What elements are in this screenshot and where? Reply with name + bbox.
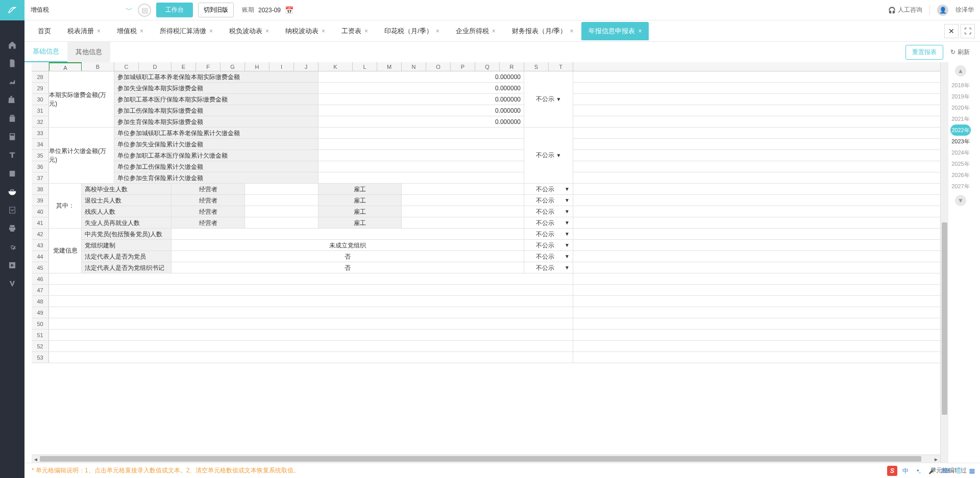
merged-section2-title[interactable]: 单位累计欠缴金额(万元) [49,128,114,184]
nav-bowl-icon[interactable] [0,183,24,201]
cell-disclosure[interactable]: 不公示▼ [524,184,573,194]
tab-close-all-button[interactable]: ✕ [944,24,959,38]
col-header-P[interactable]: P [451,62,475,71]
year-2020年[interactable]: 2020年 [950,102,971,113]
col-header-C[interactable]: C [114,62,139,71]
grid-corner[interactable] [32,62,49,71]
nav-date-icon[interactable] [0,164,24,183]
cell-value[interactable]: 0.000000 [318,116,524,127]
cell-value[interactable]: 0.000000 [318,83,524,93]
switch-old-button[interactable]: 切到旧版 [198,3,234,17]
nav-gear-icon[interactable] [0,238,24,256]
subtab-other[interactable]: 其他信息 [67,42,110,62]
cell-label[interactable]: 参加城镇职工基本养老保险本期实际缴费金额 [114,71,318,82]
row-header-35[interactable]: 35 [32,150,49,161]
tab-企业所得税[interactable]: 企业所得税× [448,20,504,42]
cell-label[interactable]: 失业人员再就业人数 [82,217,172,228]
col-header-T[interactable]: T [549,62,573,71]
empty-cell[interactable] [49,273,573,284]
col-header-G[interactable]: G [220,62,245,71]
nav-doc-icon[interactable] [0,54,24,72]
empty-cell[interactable] [49,285,573,295]
app-logo[interactable] [0,0,24,20]
cell-val1[interactable] [245,206,318,217]
cell-value[interactable]: 否▼ [172,251,524,262]
cell-val2[interactable] [402,206,524,217]
col-header-F[interactable]: F [196,62,220,71]
merged-section1-title[interactable]: 本期实际缴费金额(万元) [49,71,114,128]
ime-keyboard-icon[interactable]: ⌨ [940,466,950,476]
cell-value[interactable] [318,172,524,183]
nav-calc-icon[interactable] [0,128,24,146]
col-header-L[interactable]: L [353,62,377,71]
year-2027年[interactable]: 2027年 [950,181,971,192]
vertical-scrollbar[interactable] [940,62,948,463]
cell-val2[interactable] [402,184,524,194]
cell-val2[interactable] [402,195,524,206]
row-header-46[interactable]: 46 [32,273,49,284]
cell-label[interactable]: 党组织建制 [82,240,172,250]
cell-label[interactable]: 中共党员(包括预备党员)人数 [82,229,172,239]
merged-section3-title[interactable]: 其中： [49,184,82,229]
refresh-button[interactable]: ↻ 刷新 [950,48,970,57]
cell-disclosure[interactable]: 不公示▼ [524,262,573,273]
row-header-32[interactable]: 32 [32,116,49,127]
col-header-E[interactable]: E [172,62,196,71]
cell-label[interactable]: 高校毕业生人数 [82,184,172,194]
cell-label[interactable]: 退役士兵人数 [82,195,172,206]
user-avatar[interactable]: 👤 [937,5,948,16]
row-header-43[interactable]: 43 [32,240,49,250]
workbench-button[interactable]: 工作台 [156,3,193,17]
cell-op2[interactable]: 雇工 [318,184,402,194]
row-header-36[interactable]: 36 [32,161,49,172]
empty-cell[interactable] [49,307,573,318]
col-header-S[interactable]: S [524,62,549,71]
year-2019年[interactable]: 2019年 [950,91,971,102]
cell-value[interactable] [318,161,524,172]
cell-op2[interactable]: 雇工 [318,206,402,217]
cell-value[interactable]: 否▼ [172,262,524,273]
row-header-38[interactable]: 38 [32,184,49,194]
tab-税表清册[interactable]: 税表清册× [59,20,109,42]
cell-label[interactable]: 参加工伤保险本期实际缴费金额 [114,105,318,116]
scroll-left-arrow[interactable]: ◄ [32,455,40,463]
merged-section4-title[interactable]: 党建信息 [49,229,82,273]
cell-disclosure[interactable]: 不公示▼ [524,240,573,250]
cell-val2[interactable] [402,217,524,228]
year-2018年[interactable]: 2018年 [950,80,971,91]
cell-label[interactable]: 参加职工基本医疗保险本期实际缴费金额 [114,94,318,105]
merged-section2-disclosure[interactable]: 不公示▼ [524,128,573,184]
nav-clipboard-icon[interactable] [0,109,24,128]
tab-close-icon[interactable]: × [209,28,213,35]
cell-label[interactable]: 法定代表人是否为党员 [82,251,172,262]
nav-play-icon[interactable] [0,256,24,274]
col-header-K[interactable]: K [318,62,353,71]
ime-mic-icon[interactable]: 🎤 [927,466,937,476]
tab-close-icon[interactable]: × [140,28,143,35]
tab-财务报表（月/季）[interactable]: 财务报表（月/季）× [504,20,582,42]
row-header-42[interactable]: 42 [32,229,49,239]
year-up-button[interactable]: ▲ [955,65,966,77]
empty-cell[interactable] [49,296,573,307]
tab-首页[interactable]: 首页 [30,20,59,42]
year-2024年[interactable]: 2024年 [950,147,971,158]
cell-op1[interactable]: 经营者 [172,206,245,217]
tab-年报信息申报表[interactable]: 年报信息申报表× [581,22,649,40]
cell-op2[interactable]: 雇工 [318,217,402,228]
spreadsheet-grid[interactable]: 28参加城镇职工基本养老保险本期实际缴费金额0.00000029参加失业保险本期… [32,71,940,454]
empty-cell[interactable] [49,330,573,340]
tab-纳税波动表[interactable]: 纳税波动表× [277,20,333,42]
cell-op1[interactable]: 经营者 [172,184,245,194]
cell-label[interactable]: 单位参加职工基本医疗保险累计欠缴金额 [114,150,318,161]
row-header-31[interactable]: 31 [32,105,49,116]
col-header-Q[interactable]: Q [475,62,500,71]
row-header-37[interactable]: 37 [32,172,49,183]
cell-label[interactable]: 单位参加失业保险累计欠缴金额 [114,139,318,149]
cell-value[interactable]: 0.000000 [318,71,524,82]
tab-税负波动表[interactable]: 税负波动表× [221,20,277,42]
row-header-41[interactable]: 41 [32,217,49,228]
nav-v-icon[interactable] [0,274,24,293]
merged-section1-disclosure[interactable]: 不公示▼ [524,71,573,128]
empty-cell[interactable] [49,341,573,351]
row-header-28[interactable]: 28 [32,71,49,82]
